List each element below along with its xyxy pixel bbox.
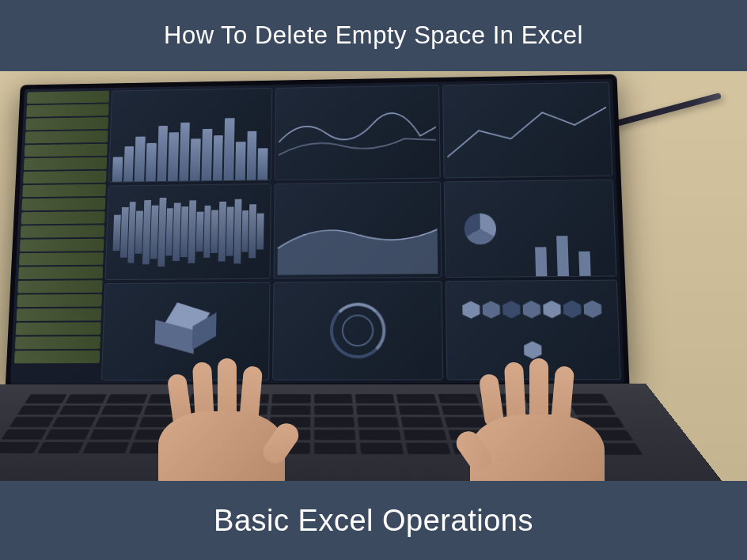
- sidebar-item: [22, 184, 106, 197]
- sidebar-item: [20, 239, 104, 252]
- sidebar-item: [21, 225, 104, 237]
- laptop-screen: [10, 79, 624, 384]
- bottom-banner: Basic Excel Operations: [0, 481, 747, 560]
- sidebar-item: [26, 104, 108, 117]
- stats-panel: [442, 82, 613, 179]
- sidebar-item: [19, 252, 104, 265]
- sidebar-item: [25, 131, 108, 144]
- sidebar-item: [25, 117, 108, 131]
- sidebar-item: [24, 157, 107, 171]
- sidebar-item: [23, 171, 106, 184]
- sidebar-item: [17, 308, 102, 321]
- sidebar-item: [18, 267, 103, 279]
- hand-right: [470, 354, 605, 481]
- sidebar-item: [25, 144, 108, 157]
- hand-left: [158, 354, 285, 481]
- laptop-keyboard-base: [0, 384, 729, 481]
- sidebar-item: [27, 91, 109, 104]
- top-banner-title: How To Delete Empty Space In Excel: [164, 21, 583, 50]
- sidebar-item: [16, 322, 101, 335]
- sidebar-item: [17, 280, 102, 293]
- top-banner: How To Delete Empty Space In Excel: [0, 0, 747, 71]
- dashboard-grid: [101, 82, 621, 381]
- sidebar-item: [15, 336, 100, 349]
- line-chart-panel: [275, 85, 441, 180]
- hero-image: [0, 71, 747, 481]
- gauge-panel: [272, 281, 443, 380]
- sidebar-item: [17, 294, 101, 307]
- sidebar-item: [14, 350, 100, 363]
- pie-chart-panel: [444, 180, 617, 278]
- sidebar-item: [21, 198, 105, 210]
- dashboard-sidebar: [13, 91, 109, 381]
- laptop-screen-frame: [6, 74, 630, 389]
- bottom-banner-title: Basic Excel Operations: [214, 504, 533, 538]
- spectrum-panel: [104, 184, 271, 280]
- sidebar-item: [21, 211, 105, 224]
- area-chart-panel: [273, 181, 442, 278]
- bar-chart-panel: [108, 88, 272, 183]
